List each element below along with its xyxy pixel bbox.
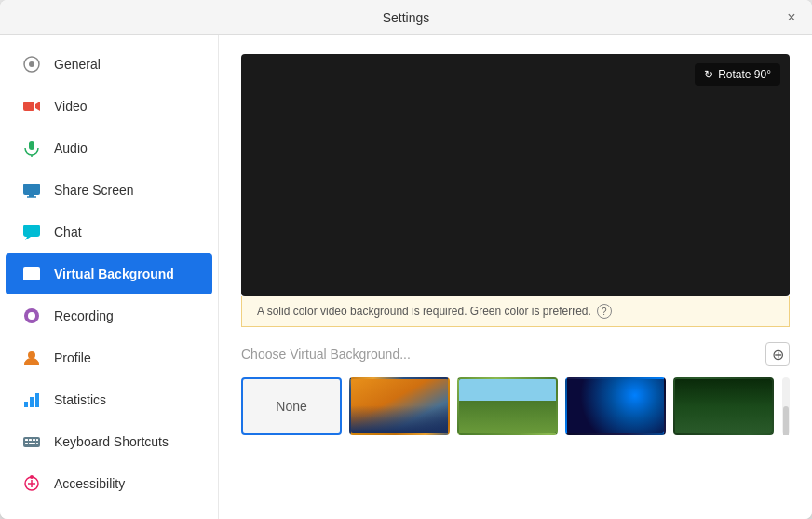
settings-window: Settings × General bbox=[0, 0, 812, 519]
svg-rect-9 bbox=[23, 225, 40, 237]
background-green-field[interactable] bbox=[457, 377, 558, 435]
sidebar: General Video bbox=[0, 35, 219, 519]
sidebar-item-general[interactable]: General bbox=[6, 44, 212, 85]
sidebar-item-audio[interactable]: Audio bbox=[6, 128, 212, 169]
svg-rect-23 bbox=[36, 439, 38, 441]
video-preview: ↻ Rotate 90° bbox=[241, 54, 790, 296]
rotate-button[interactable]: ↻ Rotate 90° bbox=[695, 63, 780, 86]
close-button[interactable]: × bbox=[782, 8, 801, 27]
sidebar-item-accessibility-label: Accessibility bbox=[54, 476, 125, 491]
svg-rect-24 bbox=[25, 443, 28, 444]
svg-rect-2 bbox=[23, 102, 34, 111]
scrollbar-thumb bbox=[783, 406, 789, 435]
window-title: Settings bbox=[383, 10, 430, 25]
sidebar-item-chat-label: Chat bbox=[54, 225, 82, 239]
svg-marker-10 bbox=[25, 237, 31, 240]
backgrounds-container: None bbox=[241, 377, 790, 435]
rotate-icon: ↻ bbox=[704, 68, 713, 81]
content-area: General Video bbox=[0, 35, 812, 519]
sidebar-item-recording-label: Recording bbox=[54, 308, 114, 323]
svg-rect-16 bbox=[24, 402, 28, 407]
sidebar-item-keyboard-shortcuts-label: Keyboard Shortcuts bbox=[54, 434, 169, 449]
sidebar-item-recording[interactable]: Recording bbox=[6, 295, 212, 336]
help-icon[interactable]: ? bbox=[597, 304, 612, 319]
sidebar-item-statistics[interactable]: Statistics bbox=[6, 379, 212, 420]
share-screen-icon bbox=[20, 179, 43, 201]
sidebar-item-video-label: Video bbox=[54, 99, 88, 114]
add-icon: ⊕ bbox=[772, 346, 784, 363]
sidebar-item-accessibility[interactable]: Accessibility bbox=[6, 463, 212, 504]
sidebar-item-share-screen[interactable]: Share Screen bbox=[6, 170, 212, 211]
svg-rect-17 bbox=[30, 397, 34, 407]
accessibility-icon bbox=[20, 472, 43, 495]
background-none[interactable]: None bbox=[241, 377, 342, 435]
none-label: None bbox=[276, 399, 306, 414]
sidebar-item-share-screen-label: Share Screen bbox=[54, 183, 134, 198]
audio-icon bbox=[20, 137, 43, 159]
chat-icon bbox=[20, 221, 43, 243]
svg-rect-19 bbox=[23, 437, 40, 447]
rotate-label: Rotate 90° bbox=[718, 68, 771, 81]
svg-rect-25 bbox=[29, 443, 35, 444]
svg-marker-3 bbox=[35, 102, 40, 111]
sidebar-item-statistics-label: Statistics bbox=[54, 392, 106, 407]
svg-point-14 bbox=[28, 312, 35, 320]
svg-rect-18 bbox=[35, 393, 39, 407]
svg-rect-26 bbox=[36, 443, 38, 444]
titlebar: Settings × bbox=[0, 0, 812, 35]
main-panel: ↻ Rotate 90° A solid color video backgro… bbox=[219, 35, 812, 519]
general-icon bbox=[20, 53, 43, 75]
background-forest[interactable] bbox=[673, 377, 774, 435]
background-space[interactable] bbox=[565, 377, 666, 435]
sidebar-item-audio-label: Audio bbox=[54, 141, 88, 156]
video-icon bbox=[20, 95, 43, 117]
svg-rect-21 bbox=[29, 439, 32, 441]
background-golden-gate[interactable] bbox=[349, 377, 450, 435]
svg-point-15 bbox=[28, 351, 35, 359]
sidebar-item-chat[interactable]: Chat bbox=[6, 212, 212, 253]
virtual-background-icon bbox=[20, 263, 43, 285]
keyboard-icon bbox=[20, 430, 43, 453]
add-background-button[interactable]: ⊕ bbox=[765, 342, 790, 366]
profile-icon bbox=[20, 347, 43, 369]
sidebar-item-general-label: General bbox=[54, 57, 101, 72]
choose-section: Choose Virtual Background... ⊕ bbox=[241, 342, 790, 366]
statistics-icon bbox=[20, 389, 43, 411]
choose-label: Choose Virtual Background... bbox=[241, 347, 411, 362]
notice-bar: A solid color video background is requir… bbox=[241, 296, 790, 327]
sidebar-item-profile-label: Profile bbox=[54, 350, 91, 365]
svg-rect-4 bbox=[29, 141, 34, 150]
backgrounds-grid: None bbox=[241, 377, 778, 435]
recording-icon bbox=[20, 305, 43, 327]
sidebar-item-video[interactable]: Video bbox=[6, 86, 212, 127]
sidebar-item-profile[interactable]: Profile bbox=[6, 337, 212, 378]
svg-rect-6 bbox=[23, 184, 40, 195]
notice-text: A solid color video background is requir… bbox=[257, 305, 591, 318]
sidebar-item-keyboard-shortcuts[interactable]: Keyboard Shortcuts bbox=[6, 421, 212, 462]
scrollbar[interactable] bbox=[782, 377, 790, 435]
sidebar-item-virtual-background[interactable]: Virtual Background bbox=[6, 253, 212, 294]
svg-rect-20 bbox=[25, 439, 28, 441]
svg-point-1 bbox=[29, 61, 34, 67]
svg-rect-22 bbox=[33, 439, 35, 441]
sidebar-item-virtual-background-label: Virtual Background bbox=[54, 266, 174, 281]
